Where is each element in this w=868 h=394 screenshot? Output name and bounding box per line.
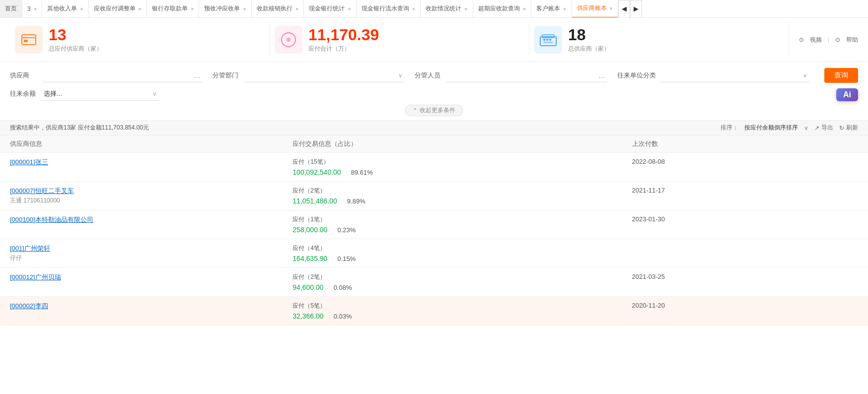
filter-area: 供应商 ... 分管部门 ∨ 分管人员 ... 往来单位分类 ∨ [0,62,868,121]
nav-tab-overdue-ar[interactable]: 超期应收款查询 × [473,0,531,18]
supplier-input[interactable] [42,70,192,80]
nav-tab-cash-bank-flow-label: 现金银行流水查询 [362,4,409,13]
last-pay-date: 2020-11-20 [632,302,665,309]
refresh-label[interactable]: 刷新 [846,124,858,132]
nav-tab-cash-bank-stat[interactable]: 现金银行统计 × [304,0,356,18]
balance-select[interactable]: 选择... 正余额 负余额 零余额 [42,89,150,98]
supplier-info-col: [000007]恒旺二手叉车 王通 17106110000 [10,187,292,205]
collapse-bar: ⌃ 收起更多条件 [10,105,858,116]
table-row: [000100]本特勒油品有限公司 应付（1笔） 258,000.00 0.23… [0,210,868,239]
refresh-icon: ↻ [839,125,844,131]
nav-tab-receipt-write-off[interactable]: 收款核销执行 × [252,0,304,18]
trans-amount[interactable]: 100,092,540.00 [292,168,341,176]
help-label[interactable]: 帮助 [846,36,858,44]
person-input-wrap: ... [446,68,607,82]
export-label[interactable]: 导出 [821,124,833,132]
trans-amount[interactable]: 258,000.00 [292,226,327,234]
nav-tab-supplier-ledger[interactable]: 供应商账本 × [572,0,618,18]
query-button[interactable]: 查询 [824,68,858,83]
nav-tab-supplier-ledger-close[interactable]: × [610,5,613,11]
dept-input[interactable] [244,70,397,80]
category-input[interactable] [660,70,801,80]
nav-tab-ar-ap-adjust-label: 应收应付调整单 [94,4,136,13]
video-label[interactable]: 视频 [810,36,822,44]
nav-tab-3-close[interactable]: × [34,6,37,12]
trans-amount-row: 94,600.00 0.08% [292,283,632,291]
export-action[interactable]: ↗ 导出 [814,124,833,132]
nav-tab-receipt-stat-close[interactable]: × [464,6,467,12]
trans-amount[interactable]: 164,635.90 [292,255,327,263]
supplier-link[interactable]: [000002]李四 [10,302,292,311]
nav-tab-ar-ap-adjust[interactable]: 应收应付调整单 × [89,0,147,18]
sort-value[interactable]: 按应付余额倒序排序 [744,124,798,132]
last-pay-col: 2021-03-25 [632,273,858,280]
svg-rect-0 [22,35,36,45]
nav-tab-bank-deposit[interactable]: 银行存取款单 × [147,0,199,18]
nav-tab-ar-ap-adjust-close[interactable]: × [139,6,142,12]
supplier-link[interactable]: [001]广州荣轩 [10,244,292,253]
tools-divider: | [828,36,829,43]
transaction-detail: 应付（2笔） 94,600.00 0.08% [292,273,632,291]
transaction-detail: 应付（4笔） 164,635.90 0.15% [292,244,632,263]
trans-amount[interactable]: 94,600.00 [292,283,323,291]
collapse-button[interactable]: ⌃ 收起更多条件 [405,105,463,116]
supplier-info-col: [000001]张三 [10,158,292,167]
nav-next-arrow[interactable]: ▶ [630,0,642,18]
transaction-info-col: 应付（5笔） 32,366.00 0.03% [292,302,632,320]
nav-tab-cash-bank-stat-close[interactable]: × [348,6,351,12]
nav-tab-customer-ledger[interactable]: 客户账本 × [531,0,572,18]
supplier-link[interactable]: [000001]张三 [10,158,292,167]
total-suppliers-icon [534,26,562,54]
nav-tab-receipt-write-off-close[interactable]: × [295,6,298,12]
trans-amount-row: 100,092,540.00 89.61% [292,168,632,176]
last-pay-date: 2021-11-17 [632,187,665,194]
filter-person: 分管人员 ... [415,68,617,82]
nav-tab-3[interactable]: 3 × [22,0,42,18]
summary-tools: ⊙ 视频 | ⊙ 帮助 [789,36,858,44]
trans-amount[interactable]: 32,366.00 [292,312,323,320]
last-pay-col: 2023-01-30 [632,215,858,223]
supplier-link[interactable]: [000100]本特勒油品有限公司 [10,215,292,224]
filter-balance: 往来余额 选择... 正余额 负余额 零余额 ∨ [10,87,169,101]
table-wrap: 供应商信息 应付交易信息（占比） 上次付数 [000001]张三 应付（15笔）… [0,135,868,394]
nav-tab-receipt-write-off-label: 收款核销执行 [257,4,292,13]
collapse-label: 收起更多条件 [420,106,455,115]
supplier-dots[interactable]: ... [192,71,202,80]
filter-row-1: 供应商 ... 分管部门 ∨ 分管人员 ... 往来单位分类 ∨ [10,68,858,83]
nav-tab-other-income-close[interactable]: × [80,6,83,12]
table-header: 供应商信息 应付交易信息（占比） 上次付数 [0,135,868,153]
person-input[interactable] [446,70,596,80]
trans-amount-row: 258,000.00 0.23% [292,226,632,234]
summary-card-ap-suppliers: 13 总应付供应商（家） [10,24,270,56]
filter-row-2: 往来余额 选择... 正余额 负余额 零余额 ∨ [10,87,858,101]
ap-total-text: 11,170.39 应付合计（万） [308,26,379,53]
refresh-action[interactable]: ↻ 刷新 [839,124,858,132]
sort-label: 排序： [721,124,738,132]
supplier-link[interactable]: [000007]恒旺二手叉车 [10,187,292,196]
supplier-link[interactable]: [000012]广州贝瑞 [10,273,292,282]
nav-tab-bank-deposit-close[interactable]: × [191,6,194,12]
nav-tab-cash-bank-flow-close[interactable]: × [412,6,415,12]
nav-tab-other-income[interactable]: 其他收入单 × [42,0,88,18]
nav-tab-other-income-label: 其他收入单 [47,4,77,13]
nav-tab-cash-bank-stat-label: 现金银行统计 [309,4,345,13]
table-row: [000007]恒旺二手叉车 王通 17106110000 应付（2笔） 11,… [0,182,868,210]
trans-amount-row: 11,051,486.00 9.89% [292,197,632,205]
nav-tab-customer-ledger-close[interactable]: × [563,6,566,12]
person-dots[interactable]: ... [596,71,607,80]
nav-tab-advance-ar-close[interactable]: × [243,6,246,12]
transaction-detail: 应付（1笔） 258,000.00 0.23% [292,215,632,234]
nav-tab-cash-bank-flow[interactable]: 现金银行流水查询 × [357,0,421,18]
total-suppliers-label: 总供应商（家） [568,45,610,53]
table-row: [000002]李四 应付（5笔） 32,366.00 0.03% 2020-1… [0,297,868,326]
nav-tab-home[interactable]: 首页 [0,0,22,18]
trans-percent: 9.89% [347,197,365,205]
nav-tab-receipt-stat[interactable]: 收款情况统计 × [421,0,473,18]
ai-button[interactable]: Ai [836,88,858,101]
trans-amount[interactable]: 11,051,486.00 [292,197,337,205]
nav-tab-advance-ar[interactable]: 预收冲应收单 × [199,0,251,18]
filter-supplier: 供应商 ... [10,68,213,82]
nav-prev-arrow[interactable]: ◀ [618,0,630,18]
nav-tab-overdue-ar-close[interactable]: × [523,6,526,12]
supplier-filter-label: 供应商 [10,71,38,80]
